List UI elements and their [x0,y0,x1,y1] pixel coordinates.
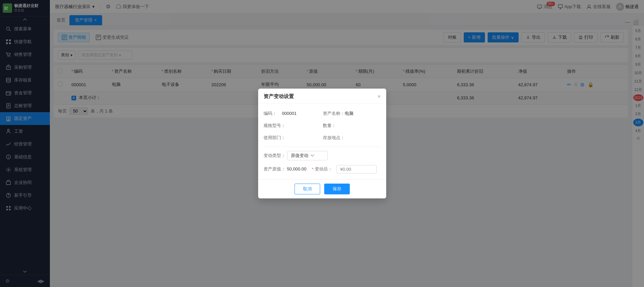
modal-header: 资产变动设置 × [258,89,386,103]
after-label: 变动后： [315,164,335,174]
asset-value-label: 资产原值： [264,164,287,174]
value-row: 资产原值： 50,000.00 * 变动后： [264,164,381,174]
save-button[interactable]: 保存 [324,184,350,194]
asset-name-label: 资产名称： [323,109,345,118]
change-type-label: 变动类型： [264,151,287,160]
save-label: 保存 [333,186,341,191]
change-type-row: 变动类型： 原值变动 [264,151,381,160]
code-label: 编码： [264,109,282,118]
quantity-field-group: 数量： [323,121,381,130]
change-type-chevron-icon [310,154,314,158]
modal-title: 资产变动设置 [264,93,294,100]
modal-row-3: 使用部门： 存放地点： [264,133,381,142]
location-label: 存放地点： [323,133,345,142]
modal-overlay: 资产变动设置 × 编码： 000001 资产名称： 电脑 规格型号： [0,0,644,287]
required-star-icon: * [312,167,313,172]
cancel-button[interactable]: 取消 [295,184,320,194]
asset-value: 50,000.00 [287,164,307,174]
modal-row-1: 编码： 000001 资产名称： 电脑 [264,109,381,118]
code-field-group: 编码： 000001 [264,109,321,118]
change-type-value: 原值变动 [291,153,308,159]
name-field-group: 资产名称： 电脑 [323,109,381,118]
spec-label: 规格型号： [264,121,285,130]
modal-footer: 取消 保存 [258,179,386,198]
asset-value-group: 资产原值： 50,000.00 [264,164,307,174]
quantity-label: 数量： [323,121,341,130]
modal-close-button[interactable]: × [377,94,380,100]
modal-row-2: 规格型号： 数量： [264,121,381,130]
dept-field-group: 使用部门： [264,133,321,142]
spec-field-group: 规格型号： [264,121,321,130]
change-type-select[interactable]: 原值变动 [287,151,328,160]
location-field-group: 存放地点： [323,133,381,142]
after-value-input[interactable] [336,165,377,173]
dept-label: 使用部门： [264,133,285,142]
asset-change-modal: 资产变动设置 × 编码： 000001 资产名称： 电脑 规格型号： [258,89,386,198]
asset-name-value: 电脑 [345,109,354,118]
code-value: 000001 [282,109,297,118]
modal-divider [264,147,381,147]
modal-body: 编码： 000001 资产名称： 电脑 规格型号： 数量： [258,103,386,179]
after-value-group: * 变动后： [312,164,377,174]
cancel-label: 取消 [303,186,312,191]
